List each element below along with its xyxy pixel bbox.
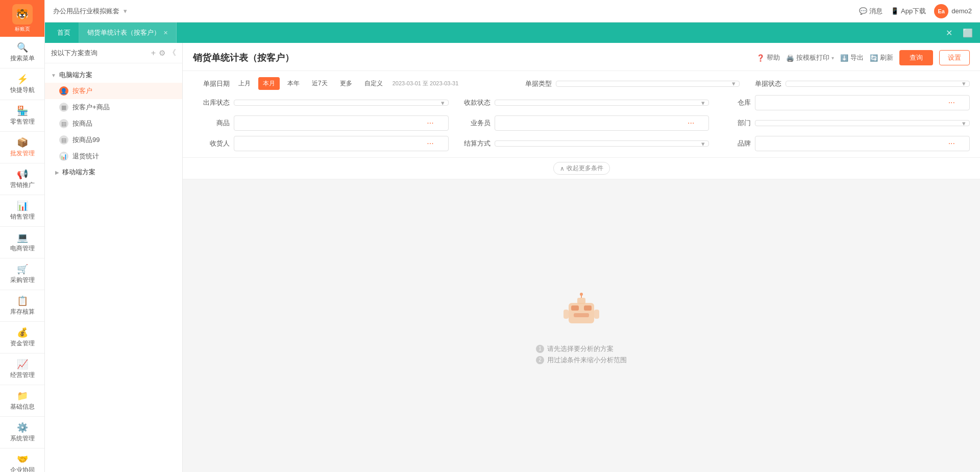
inventory-icon: 📋	[17, 295, 28, 306]
warehouse-input[interactable]: ···	[755, 95, 970, 110]
sidebar-item-label: 资金管理	[10, 339, 35, 348]
department-label: 部门	[719, 119, 755, 128]
settings-scheme-btn[interactable]: ⚙	[159, 49, 165, 58]
app-download-btn[interactable]: 📱 App下载	[891, 7, 926, 16]
sidebar-item-search-menu[interactable]: 🔍 搜索菜单	[0, 37, 45, 68]
tab-home[interactable]: 首页	[49, 22, 79, 43]
message-btn[interactable]: 💬 消息	[859, 7, 883, 16]
top-header: 办公用品行业模拟账套 ▾ 💬 消息 📱 App下载 Ea demo2	[45, 0, 980, 22]
tree-group-mobile[interactable]: ▶ 移动端方案	[45, 164, 182, 180]
tree-item-by-customer[interactable]: 👤 按客户	[45, 83, 182, 99]
sidebar-item-inventory[interactable]: 📋 库存核算	[0, 290, 45, 322]
sidebar-item-wholesale[interactable]: 📦 批发管理	[0, 132, 45, 163]
svg-point-6	[580, 293, 583, 296]
tab-close-action[interactable]: ✕	[943, 27, 955, 39]
enterprise-icon: 🤝	[17, 454, 28, 465]
bill-type-select[interactable]: ▾	[556, 81, 740, 87]
department-select[interactable]: ▾	[755, 120, 970, 126]
tree-group-pc[interactable]: ▼ 电脑端方案	[45, 67, 182, 83]
tree-item-by-goods[interactable]: ▤ 按商品	[45, 115, 182, 132]
goods-input[interactable]: ···	[234, 115, 449, 131]
tree-item-return-stats[interactable]: 📊 退货统计	[45, 148, 182, 164]
sidebar-item-label: 快捷导航	[10, 86, 35, 95]
payment-status-arrow: ▾	[701, 99, 705, 107]
print-dropdown-icon: ▾	[831, 55, 834, 61]
date-more[interactable]: 更多	[335, 77, 357, 90]
expand-icon: ▼	[51, 73, 56, 78]
sidebar-item-ecommerce[interactable]: 💻 电商管理	[0, 227, 45, 258]
help-btn[interactable]: ❓ 帮助	[756, 53, 780, 62]
payment-status-select[interactable]: ▾	[495, 100, 709, 106]
out-status-label: 出库状态	[193, 98, 234, 107]
header-title: 办公用品行业模拟账套	[53, 7, 119, 16]
tree-item-by-customer-goods[interactable]: ▦ 按客户+商品	[45, 99, 182, 115]
sidebar-item-marketing[interactable]: 📢 营销推广	[0, 163, 45, 195]
tab-sales-report[interactable]: 销货单统计表（按客户） ✕	[79, 22, 177, 43]
tree-item-by-goods-99[interactable]: ▤ 按商品99	[45, 132, 182, 148]
sidebar-item-label: 搜索菜单	[10, 54, 35, 63]
customer-goods-icon: ▦	[59, 103, 68, 112]
print-icon: 🖨️	[786, 54, 794, 62]
date-this-year[interactable]: 本年	[283, 77, 304, 90]
collapse-more-btn[interactable]: ∧ 收起更多条件	[553, 162, 610, 175]
help-icon: ❓	[756, 54, 765, 62]
out-status-select[interactable]: ▾	[234, 100, 449, 106]
svg-rect-1	[571, 305, 579, 311]
sidebar-item-finance[interactable]: 💰 资金管理	[0, 322, 45, 353]
collapse-panel-btn[interactable]: 《	[168, 48, 176, 58]
template-print-btn[interactable]: 🖨️ 按模板打印 ▾	[786, 53, 834, 62]
payment-status-label: 收款状态	[459, 98, 495, 107]
sidebar-item-enterprise[interactable]: 🤝 企业协同	[0, 449, 45, 472]
settlement-select[interactable]: ▾	[495, 140, 709, 147]
bill-status-select[interactable]: ▾	[786, 81, 970, 87]
left-panel: 按以下方案查询 + ⚙ 《 ▼ 电脑端方案 👤 按客户 ▦ 按客户	[45, 43, 183, 472]
date-custom[interactable]: 自定义	[360, 77, 387, 90]
warehouse-label: 仓库	[719, 98, 755, 107]
expand-icon-mobile: ▶	[55, 170, 59, 175]
out-status-control: ▾	[234, 100, 449, 106]
sidebar-item-operations[interactable]: 📈 经营管理	[0, 353, 45, 385]
header-dropdown-icon[interactable]: ▾	[124, 7, 127, 15]
sidebar-logo: 🐯 标账页	[0, 0, 45, 37]
receiver-input[interactable]: ···	[234, 136, 449, 151]
brand-input[interactable]: ···	[755, 136, 970, 151]
svg-rect-4	[577, 298, 585, 304]
user-info-btn[interactable]: Ea demo2	[934, 4, 972, 18]
date-label: 单据日期	[193, 79, 234, 88]
sidebar-item-label: 库存核算	[10, 308, 35, 316]
refresh-btn[interactable]: 🔄 刷新	[870, 53, 893, 62]
basic-info-icon: 📁	[17, 390, 28, 402]
logo-label: 标账页	[15, 26, 30, 33]
sidebar-item-label: 批发管理	[10, 149, 35, 158]
sidebar-item-system[interactable]: ⚙️ 系统管理	[0, 417, 45, 449]
salesperson-input[interactable]: ···	[495, 115, 709, 131]
date-last-7-days[interactable]: 近7天	[307, 77, 332, 90]
operations-icon: 📈	[17, 359, 28, 370]
settlement-label: 结算方式	[459, 139, 495, 148]
empty-illustration	[556, 285, 607, 336]
sidebar-item-label: 企业协同	[10, 466, 35, 472]
username: demo2	[951, 7, 972, 15]
sidebar-item-quick-nav[interactable]: ⚡ 快捷导航	[0, 68, 45, 100]
sidebar-item-retail[interactable]: 🏪 零售管理	[0, 100, 45, 132]
settings-button[interactable]: 设置	[939, 50, 970, 65]
wholesale-icon: 📦	[17, 137, 28, 148]
tree-item-label: 按商品99	[72, 135, 100, 145]
add-scheme-btn[interactable]: +	[151, 49, 156, 58]
export-btn[interactable]: ⬇️ 导出	[840, 53, 864, 62]
date-last-month[interactable]: 上月	[234, 77, 255, 90]
tree-item-label: 按客户	[72, 86, 92, 96]
date-this-month[interactable]: 本月	[258, 77, 280, 90]
empty-text: 1 请先选择要分析的方案 2 用过滤条件来缩小分析范围	[536, 344, 627, 367]
brand-dots: ···	[948, 139, 955, 148]
tab-restore-action[interactable]: ⬜	[960, 27, 976, 39]
sidebar-item-basic-info[interactable]: 📁 基础信息	[0, 385, 45, 417]
sales-icon: 📊	[17, 200, 28, 211]
sidebar-item-purchase[interactable]: 🛒 采购管理	[0, 258, 45, 290]
query-button[interactable]: 查询	[899, 50, 933, 65]
tab-close-btn[interactable]: ✕	[163, 30, 168, 36]
sidebar-item-label: 零售管理	[10, 117, 35, 126]
payment-status-control: ▾	[495, 100, 709, 106]
sidebar-item-sales[interactable]: 📊 销售管理	[0, 195, 45, 227]
goods-dots: ···	[427, 119, 433, 128]
